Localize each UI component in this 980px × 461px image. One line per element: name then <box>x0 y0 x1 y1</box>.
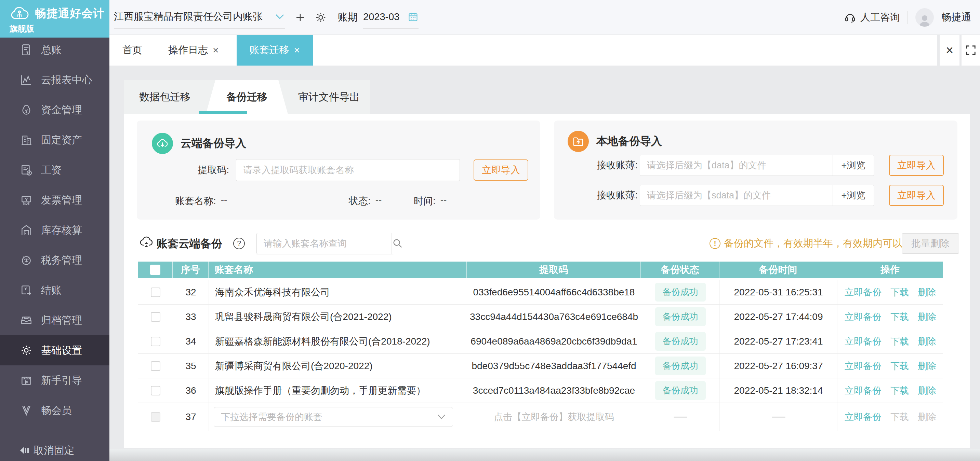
add-account-button[interactable] <box>294 0 306 35</box>
download-link[interactable]: 下载 <box>891 385 909 397</box>
sidebar-item-invoices[interactable]: 发票管理 <box>0 185 110 215</box>
sidebar-item-fixed-assets[interactable]: 固定资产 <box>0 125 110 155</box>
account-search-input[interactable] <box>257 233 391 254</box>
tab-home[interactable]: 首页 <box>110 35 155 66</box>
period-value: 2023-03 <box>363 11 399 22</box>
table-row: 34 新疆嘉格森新能源材料股份有限公司(合2018-2022) 6904e089… <box>138 329 943 354</box>
row-backup-time: 2022-05-27 17:23:41 <box>720 329 837 353</box>
subtab-label: 审计文件导出 <box>298 90 360 104</box>
avatar[interactable] <box>915 8 934 27</box>
backup-now-link[interactable]: 立即备份 <box>845 311 881 323</box>
page-tab-bar: 首页 操作日志 × 账套迁移 × <box>110 35 937 66</box>
sidebar-item-onboarding[interactable]: 新手引导 <box>0 365 110 395</box>
unpin-sidebar-button[interactable]: 取消固定 <box>19 443 75 458</box>
row-seq: 32 <box>173 280 209 304</box>
sidebar-item-tax[interactable]: 税务管理 <box>0 245 110 275</box>
delete-link[interactable]: 删除 <box>918 286 936 298</box>
app-title: 畅捷通好会计 <box>35 6 105 21</box>
row-extraction-code: 6904e089a6aa4869a20cbc6f39db9da1 <box>467 329 641 353</box>
download-link[interactable]: 下载 <box>891 360 909 372</box>
company-account-select[interactable]: 江西服宝精品有限责任公司内账张 <box>114 5 285 29</box>
close-tab-icon[interactable]: × <box>213 45 219 55</box>
row-checkbox[interactable] <box>151 312 161 322</box>
sidebar-item-membership[interactable]: 畅会员 <box>0 395 110 426</box>
sidebar-item-archive[interactable]: 归档管理 <box>0 305 110 335</box>
header-backup-status: 备份状态 <box>641 261 719 278</box>
delete-link-disabled: 删除 <box>918 411 936 423</box>
close-all-tabs-button[interactable]: × <box>940 35 959 66</box>
backup-migration-panel: 云端备份导入 提取码: 立即导入 账套名称: -- 状态: -- 时间: -- <box>124 114 970 448</box>
select-all-checkbox[interactable] <box>150 265 161 275</box>
backup-now-link[interactable]: 立即备份 <box>845 286 881 298</box>
backup-now-link[interactable]: 立即备份 <box>845 385 881 397</box>
user-name[interactable]: 畅捷通 <box>941 11 971 24</box>
bottom-edge-band <box>110 449 980 461</box>
cloud-import-now-button[interactable]: 立即导入 <box>474 160 528 181</box>
backup-now-link[interactable]: 立即备份 <box>845 335 881 348</box>
sidebar-item-closing[interactable]: 结账 <box>0 275 110 305</box>
close-tab-icon[interactable]: × <box>294 45 300 55</box>
table-row: 35 新疆博采商贸有限公司(合2020-2022) bde0379d55c748… <box>138 354 943 379</box>
subtab-backup-migration[interactable]: 备份迁移 <box>206 80 288 114</box>
subtab-audit-export[interactable]: 审计文件导出 <box>288 80 370 114</box>
download-link[interactable]: 下载 <box>891 335 909 348</box>
backup-now-link[interactable]: 立即备份 <box>845 411 881 423</box>
row-checkbox[interactable] <box>151 361 161 371</box>
extraction-code-input[interactable] <box>236 159 460 181</box>
tab-operation-log[interactable]: 操作日志 × <box>155 35 232 66</box>
fullscreen-button[interactable] <box>961 35 980 66</box>
row-checkbox[interactable] <box>151 288 161 297</box>
backup-now-link[interactable]: 立即备份 <box>845 360 881 372</box>
sidebar-item-general-ledger[interactable]: 总账 <box>0 35 110 65</box>
sidebar-item-settings[interactable]: 基础设置 <box>0 335 110 365</box>
local-import-title: 本地备份导入 <box>597 134 662 149</box>
time-value: -- <box>441 195 447 208</box>
row-checkbox-disabled <box>151 412 161 422</box>
sidebar-item-payroll[interactable]: 工资 <box>0 155 110 185</box>
app-edition: 旗舰版 <box>10 23 110 34</box>
vip-icon <box>20 404 33 417</box>
cloud-import-title: 云端备份导入 <box>181 136 246 151</box>
local-import-now-button[interactable]: 立即导入 <box>889 185 944 206</box>
row-account-name: 旗舰版操作手册（重要勿删勿动，手册更新需要） <box>209 379 467 402</box>
search-button[interactable] <box>391 233 404 254</box>
live-support-button[interactable]: 人工咨询 <box>844 11 900 24</box>
header-backup-time: 备份时间 <box>719 261 837 278</box>
migration-subtabs: 数据包迁移 备份迁移 审计文件导出 <box>124 80 370 114</box>
sidebar-item-label: 归档管理 <box>41 314 82 328</box>
delete-link[interactable]: 删除 <box>918 385 936 397</box>
subtab-label: 数据包迁移 <box>139 90 191 104</box>
sdata-file-input[interactable] <box>640 185 833 206</box>
search-icon <box>392 238 404 249</box>
sidebar-item-label: 基础设置 <box>41 344 82 358</box>
delete-link[interactable]: 删除 <box>918 335 936 348</box>
row-checkbox[interactable] <box>151 386 161 395</box>
account-name-value: -- <box>221 195 228 208</box>
download-link[interactable]: 下载 <box>891 286 909 298</box>
delete-link[interactable]: 删除 <box>918 311 936 323</box>
sidebar-item-funds[interactable]: 资金管理 <box>0 95 110 125</box>
row-seq: 34 <box>173 329 209 353</box>
data-file-input[interactable] <box>640 155 833 176</box>
browse-data-file-button[interactable]: +浏览 <box>833 155 873 176</box>
subtab-data-package-migration[interactable]: 数据包迁移 <box>124 80 206 114</box>
sidebar-item-cloud-reports[interactable]: 云报表中心 <box>0 65 110 95</box>
help-icon[interactable]: ? <box>233 238 245 249</box>
delete-link[interactable]: 删除 <box>918 360 936 372</box>
account-select-dropdown[interactable]: 下拉选择需要备份的账套 <box>214 407 453 427</box>
backup-table-body: 32 海南众禾优海科技有限公司 033fed6e95514004aff66c4d… <box>138 280 943 431</box>
row-checkbox[interactable] <box>151 337 161 346</box>
sidebar-item-inventory[interactable]: 库存核算 <box>0 215 110 245</box>
browse-sdata-file-button[interactable]: +浏览 <box>833 185 873 206</box>
download-link[interactable]: 下载 <box>891 311 909 323</box>
row-backup-time: 2022-05-31 16:25:31 <box>720 280 837 304</box>
sidebar-menu: 总账 云报表中心 资金管理 固定资产 工资 发票管理 库存核算 税务管理 <box>0 35 110 426</box>
tab-account-migration[interactable]: 账套迁移 × <box>237 35 313 66</box>
local-import-now-button[interactable]: 立即导入 <box>889 155 944 176</box>
tab-label: 账套迁移 <box>250 43 289 57</box>
period-date-picker[interactable]: 2023-03 <box>363 5 418 29</box>
topbar-divider <box>907 11 908 24</box>
settings-gear-button[interactable] <box>314 0 328 35</box>
status-value: -- <box>375 195 382 208</box>
row-seq: 33 <box>173 304 209 329</box>
